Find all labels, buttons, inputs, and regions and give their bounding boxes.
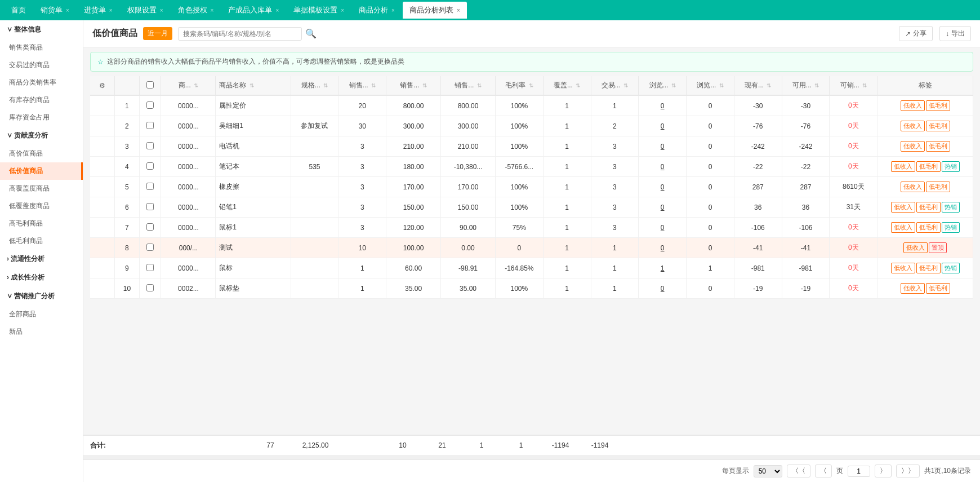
row-view1[interactable]: 0 bbox=[639, 116, 687, 136]
view1-link[interactable]: 1 bbox=[661, 264, 665, 272]
col-stock-header[interactable]: 现有... ⇅ bbox=[734, 76, 782, 95]
row-view1[interactable]: 1 bbox=[639, 258, 687, 278]
col-code-header[interactable]: 商... ⇅ bbox=[161, 76, 216, 95]
sidebar-item-high-margin[interactable]: 高毛利商品 bbox=[0, 215, 83, 232]
view1-link[interactable]: 0 bbox=[661, 102, 665, 110]
sidebar-item-stock-funds[interactable]: 库存资金占用 bbox=[0, 109, 83, 126]
col-sales-price-header[interactable]: 销售... ⇅ bbox=[441, 76, 496, 95]
row-checkbox[interactable] bbox=[146, 203, 154, 210]
row-check[interactable] bbox=[139, 136, 161, 157]
col-sell-header[interactable]: 可销... ⇅ bbox=[830, 76, 877, 95]
view1-link[interactable]: 0 bbox=[661, 183, 665, 191]
row-check[interactable] bbox=[139, 177, 161, 197]
close-icon[interactable]: × bbox=[275, 7, 279, 14]
search-button[interactable]: 🔍 bbox=[305, 28, 317, 39]
col-name-header[interactable]: 商品名称 ⇅ bbox=[216, 76, 291, 95]
sidebar-item-low-value[interactable]: 低价值商品 bbox=[0, 162, 83, 180]
sidebar-item-high-coverage[interactable]: 高覆盖度商品 bbox=[0, 180, 83, 197]
row-check[interactable] bbox=[139, 238, 161, 258]
close-icon[interactable]: × bbox=[391, 7, 395, 14]
nav-goods-analysis[interactable]: 商品分析 × bbox=[352, 2, 402, 19]
close-icon[interactable]: × bbox=[109, 7, 113, 14]
sidebar-item-all-goods[interactable]: 全部商品 bbox=[0, 306, 83, 323]
col-sales-amt-header[interactable]: 销售... ⇅ bbox=[386, 76, 441, 95]
close-icon[interactable]: × bbox=[66, 7, 69, 14]
col-gross-header[interactable]: 毛利率 ⇅ bbox=[495, 76, 543, 95]
row-view1[interactable]: 0 bbox=[639, 95, 687, 116]
nav-template-setting[interactable]: 单据模板设置 × bbox=[287, 2, 351, 19]
horizontal-scrollbar[interactable] bbox=[83, 455, 980, 459]
nav-purchase-order[interactable]: 进货单 × bbox=[77, 2, 119, 19]
col-cover-header[interactable]: 覆盖... ⇅ bbox=[543, 76, 591, 95]
row-check[interactable] bbox=[139, 197, 161, 218]
row-checkbox[interactable] bbox=[146, 142, 154, 149]
check-all-checkbox[interactable] bbox=[146, 81, 154, 89]
col-sales-qty-header[interactable]: 销售... ⇅ bbox=[338, 76, 386, 95]
prev-page-button[interactable]: 〈 bbox=[815, 465, 832, 477]
row-checkbox[interactable] bbox=[146, 162, 154, 170]
sidebar-item-low-coverage[interactable]: 低覆盖度商品 bbox=[0, 197, 83, 215]
nav-goods-analysis-list[interactable]: 商品分析列表 × bbox=[403, 2, 467, 19]
row-checkbox[interactable] bbox=[146, 101, 154, 109]
row-check[interactable] bbox=[139, 157, 161, 177]
nav-permission[interactable]: 权限设置 × bbox=[121, 2, 170, 19]
row-checkbox[interactable] bbox=[146, 122, 154, 129]
page-input[interactable] bbox=[848, 466, 870, 477]
row-check[interactable] bbox=[139, 116, 161, 136]
col-view1-header[interactable]: 浏览... ⇅ bbox=[639, 76, 687, 95]
row-checkbox[interactable] bbox=[146, 264, 154, 271]
row-view1[interactable]: 0 bbox=[639, 177, 687, 197]
col-check-all[interactable] bbox=[139, 76, 161, 95]
close-icon[interactable]: × bbox=[211, 7, 214, 14]
search-input[interactable] bbox=[178, 27, 302, 41]
sidebar-item-low-margin[interactable]: 低毛利商品 bbox=[0, 232, 83, 250]
row-view1[interactable]: 0 bbox=[639, 197, 687, 218]
sidebar-group-liquidity[interactable]: › 流通性分析 bbox=[0, 250, 83, 268]
row-check[interactable] bbox=[139, 258, 161, 278]
row-check[interactable] bbox=[139, 218, 161, 238]
view1-link[interactable]: 0 bbox=[661, 224, 665, 232]
row-checkbox[interactable] bbox=[146, 284, 154, 291]
nav-home[interactable]: 首页 bbox=[5, 2, 33, 19]
row-view1[interactable]: 0 bbox=[639, 136, 687, 157]
row-view1[interactable]: 0 bbox=[639, 278, 687, 299]
row-view1[interactable]: 0 bbox=[639, 238, 687, 258]
close-icon[interactable]: × bbox=[457, 7, 460, 14]
sidebar-item-traded-goods[interactable]: 交易过的商品 bbox=[0, 56, 83, 74]
row-view1[interactable]: 0 bbox=[639, 218, 687, 238]
row-checkbox[interactable] bbox=[146, 183, 154, 190]
last-page-button[interactable]: 〉〉 bbox=[896, 465, 920, 477]
first-page-button[interactable]: 〈〈 bbox=[787, 465, 810, 477]
row-check[interactable] bbox=[139, 95, 161, 116]
row-checkbox[interactable] bbox=[146, 223, 154, 231]
col-avail-header[interactable]: 可用... ⇅ bbox=[782, 76, 830, 95]
sidebar-group-overall[interactable]: ∨ 整体信息 bbox=[0, 20, 83, 39]
col-view2-header[interactable]: 浏览... ⇅ bbox=[687, 76, 734, 95]
export-button[interactable]: ↓ 导出 bbox=[939, 26, 971, 41]
sidebar-item-category-sales[interactable]: 商品分类销售率 bbox=[0, 74, 83, 91]
close-icon[interactable]: × bbox=[160, 7, 163, 14]
col-settings[interactable]: ⚙ bbox=[90, 76, 115, 95]
view1-link[interactable]: 0 bbox=[661, 285, 665, 293]
close-icon[interactable]: × bbox=[341, 7, 344, 14]
view1-link[interactable]: 0 bbox=[661, 244, 665, 252]
nav-role-auth[interactable]: 角色授权 × bbox=[171, 2, 221, 19]
sidebar-item-high-value[interactable]: 高价值商品 bbox=[0, 145, 83, 162]
sidebar-item-new-goods[interactable]: 新品 bbox=[0, 323, 83, 341]
col-spec-header[interactable]: 规格... ⇅ bbox=[291, 76, 338, 95]
row-checkbox[interactable] bbox=[146, 244, 154, 251]
share-button[interactable]: ↗ 分享 bbox=[899, 26, 933, 41]
sidebar-group-growth[interactable]: › 成长性分析 bbox=[0, 268, 83, 287]
col-trade-header[interactable]: 交易... ⇅ bbox=[591, 76, 639, 95]
sidebar-group-marketing[interactable]: ∨ 营销推广分析 bbox=[0, 287, 83, 306]
view1-link[interactable]: 0 bbox=[661, 163, 665, 171]
row-view1[interactable]: 0 bbox=[639, 157, 687, 177]
row-check[interactable] bbox=[139, 278, 161, 299]
sidebar-group-contribution[interactable]: ∨ 贡献度分析 bbox=[0, 126, 83, 145]
next-page-button[interactable]: 〉 bbox=[875, 465, 892, 477]
view1-link[interactable]: 0 bbox=[661, 122, 665, 130]
filter-button[interactable]: 近一月 bbox=[143, 27, 172, 40]
view1-link[interactable]: 0 bbox=[661, 204, 665, 211]
sidebar-item-stocked-goods[interactable]: 有库存的商品 bbox=[0, 91, 83, 109]
per-page-select[interactable]: 50 100 200 bbox=[754, 465, 782, 477]
